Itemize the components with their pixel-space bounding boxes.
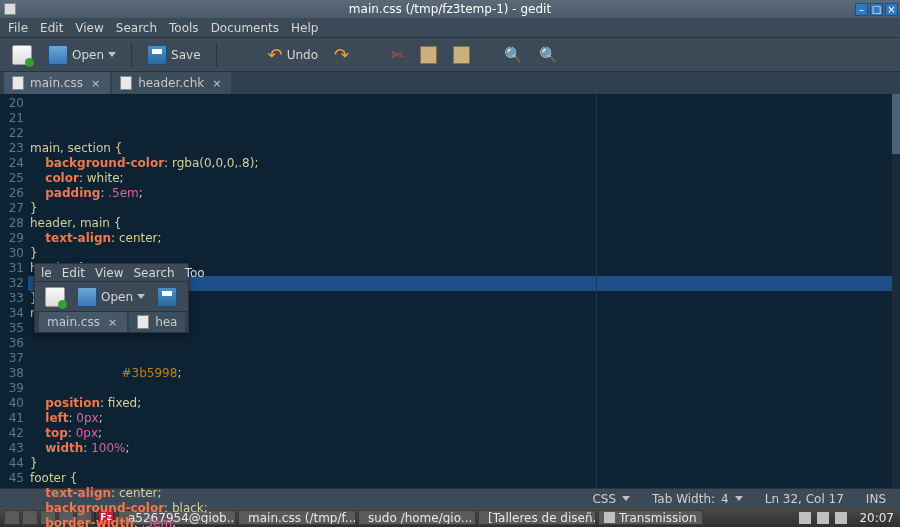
folder-open-icon: [48, 45, 68, 65]
new-document-button[interactable]: [41, 284, 69, 310]
menu-documents[interactable]: Documents: [211, 21, 279, 35]
save-button[interactable]: [153, 284, 181, 310]
task-label: Transmission: [619, 511, 697, 525]
code-line[interactable]: }: [30, 201, 900, 216]
editor[interactable]: 2021222324252627282930313233343536373839…: [0, 94, 900, 488]
code-line[interactable]: left: 0px;: [30, 411, 900, 426]
open-button[interactable]: Open: [44, 42, 120, 68]
volume-icon[interactable]: [835, 512, 847, 524]
paste-button[interactable]: [449, 42, 474, 68]
menu-view[interactable]: View: [75, 21, 103, 35]
code-line[interactable]: width: 100%;: [30, 441, 900, 456]
tab-strip: main.css × header.chk ×: [0, 72, 900, 94]
secondary-editor-window[interactable]: le Edit View Search Too Open main.css × …: [34, 263, 189, 333]
new-document-icon: [45, 287, 65, 307]
redo-button[interactable]: ↷: [330, 42, 353, 68]
copy-button[interactable]: [416, 42, 441, 68]
window-titlebar: main.css (/tmp/fz3temp-1) - gedit – □ ×: [0, 0, 900, 18]
tab-strip: main.css × hea: [35, 312, 188, 332]
paste-icon: [453, 46, 470, 64]
chevron-down-icon: [108, 52, 116, 57]
code-line[interactable]: main, section {: [30, 141, 900, 156]
code-line[interactable]: }: [30, 246, 900, 261]
menu-file[interactable]: le: [41, 266, 52, 280]
code-line[interactable]: [30, 336, 900, 351]
window-minimize-button[interactable]: –: [855, 3, 868, 16]
code-line[interactable]: }: [30, 456, 900, 471]
code-line[interactable]: [30, 381, 900, 396]
code-line[interactable]: [30, 351, 900, 366]
app-icon: [4, 3, 16, 15]
window-close-button[interactable]: ×: [885, 3, 898, 16]
task-label: main.css (/tmp/f...: [248, 511, 356, 525]
tab-close-button[interactable]: ×: [106, 316, 119, 329]
tab-header-chk[interactable]: header.chk ×: [112, 72, 231, 94]
toolbar: Open: [35, 282, 188, 312]
task-buttons: a5267954@giob...main.css (/tmp/f...sudo …: [118, 510, 793, 525]
tab-main-css[interactable]: main.css ×: [4, 72, 110, 94]
taskbar-task[interactable]: [Talleres de diseñ...: [478, 510, 596, 525]
tray-icon[interactable]: [799, 512, 811, 524]
undo-button[interactable]: ↶ Undo: [264, 42, 322, 68]
menu-file[interactable]: File: [8, 21, 28, 35]
save-icon: [157, 287, 177, 307]
tab-label: main.css: [30, 76, 83, 90]
code-line[interactable]: #3b5998;: [30, 366, 900, 381]
code-line[interactable]: padding: .5em;: [30, 186, 900, 201]
toolbar: Open Save ↶ Undo ↷ ✄ 🔍 🔍: [0, 38, 900, 72]
redo-icon: ↷: [334, 44, 349, 65]
tab-main-css[interactable]: main.css ×: [39, 312, 127, 332]
menu-tools[interactable]: Too: [185, 266, 205, 280]
save-button-label: Save: [171, 48, 200, 62]
open-button-label: Open: [101, 290, 133, 304]
code-line[interactable]: header, main {: [30, 216, 900, 231]
save-icon: [147, 45, 167, 65]
code-line[interactable]: footer {: [30, 471, 900, 486]
window-maximize-button[interactable]: □: [870, 3, 883, 16]
find-replace-button[interactable]: 🔍: [535, 42, 562, 68]
window-title: main.css (/tmp/fz3temp-1) - gedit: [349, 2, 551, 16]
document-icon: [137, 315, 149, 329]
tab-label: header.chk: [138, 76, 204, 90]
find-replace-icon: 🔍: [539, 46, 558, 64]
new-document-button[interactable]: [8, 42, 36, 68]
taskbar-task[interactable]: sudo /home/gio...: [358, 510, 476, 525]
task-label: sudo /home/gio...: [368, 511, 472, 525]
menu-search[interactable]: Search: [116, 21, 157, 35]
code-line[interactable]: color: white;: [30, 171, 900, 186]
tab-label: hea: [155, 315, 177, 329]
code-line[interactable]: text-align: center;: [30, 486, 900, 501]
undo-icon: ↶: [268, 44, 283, 65]
save-button[interactable]: Save: [143, 42, 204, 68]
taskbar-task[interactable]: main.css (/tmp/f...: [238, 510, 356, 525]
menu-search[interactable]: Search: [133, 266, 174, 280]
code-line[interactable]: position: fixed;: [30, 396, 900, 411]
tray-icon[interactable]: [817, 512, 829, 524]
menubar: le Edit View Search Too: [35, 264, 188, 282]
taskbar-task[interactable]: Transmission: [598, 510, 703, 525]
menu-tools[interactable]: Tools: [169, 21, 199, 35]
find-button[interactable]: 🔍: [500, 42, 527, 68]
code-line[interactable]: text-align: center;: [30, 231, 900, 246]
tab-header[interactable]: hea: [129, 312, 185, 332]
scrollbar-thumb[interactable]: [892, 94, 900, 154]
menu-edit[interactable]: Edit: [40, 21, 63, 35]
copy-icon: [420, 46, 437, 64]
clock[interactable]: 20:07: [853, 511, 900, 525]
task-icon: [604, 512, 615, 523]
show-desktop-icon[interactable]: [4, 510, 20, 525]
undo-button-label: Undo: [287, 48, 318, 62]
open-button[interactable]: Open: [73, 284, 149, 310]
menu-view[interactable]: View: [95, 266, 123, 280]
new-document-icon: [12, 45, 32, 65]
open-button-label: Open: [72, 48, 104, 62]
code-line[interactable]: background-color: rgba(0,0,0,.8);: [30, 156, 900, 171]
cut-button[interactable]: ✄: [387, 42, 408, 68]
document-icon: [12, 76, 24, 90]
menu-edit[interactable]: Edit: [62, 266, 85, 280]
code-line[interactable]: top: 0px;: [30, 426, 900, 441]
menu-help[interactable]: Help: [291, 21, 318, 35]
tab-close-button[interactable]: ×: [89, 77, 102, 90]
search-icon: 🔍: [504, 46, 523, 64]
tab-close-button[interactable]: ×: [210, 77, 223, 90]
